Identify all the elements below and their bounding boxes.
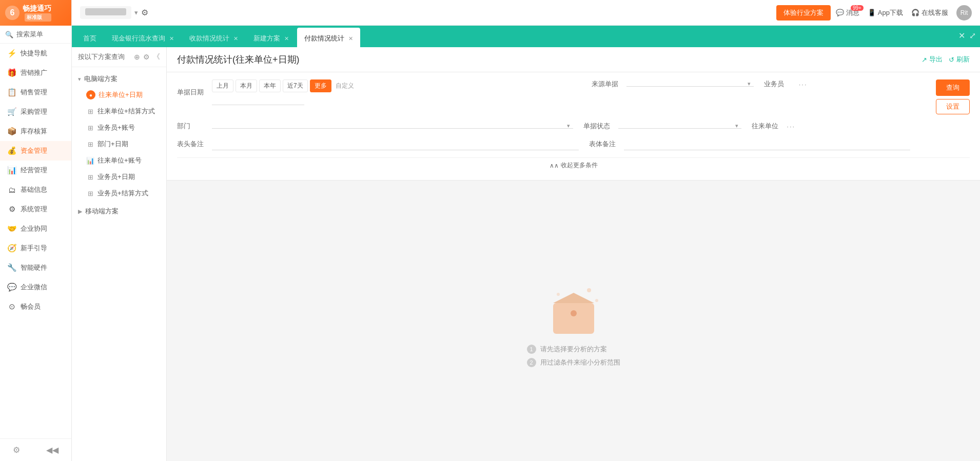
collapse-sidebar-btn[interactable]: ◀◀ [44,443,61,457]
refresh-btn[interactable]: ↺ 刷新 [949,55,970,64]
last-7days-btn[interactable]: 近7天 [283,79,308,92]
mobile-group-header[interactable]: ▶ 移动端方案 [72,204,166,219]
tab-bank-flow[interactable]: 现金银行流水查询 ✕ [105,28,181,49]
chevron-down-icon: ▾ [735,123,738,129]
chart-icon: 📊 [86,156,94,165]
sidebar-item-label: 企业微信 [21,283,47,292]
this-month-btn[interactable]: 本月 [236,79,257,92]
doc-status-select[interactable]: ▾ [618,124,742,129]
filter-settings-btn[interactable]: 设置 [936,99,970,114]
tab-label: 收款情况统计 [189,34,229,43]
scheme-item-salesperson-date[interactable]: ⊞ 业务员+日期 [72,169,166,185]
scheme-settings-btn[interactable]: ⚙ [143,53,150,61]
scheme-item-dept-date[interactable]: ⊞ 部门+日期 [72,136,166,152]
finance-icon: 💰 [7,146,16,155]
tab-label: 首页 [83,34,96,43]
add-scheme-btn[interactable]: ⊕ [134,53,140,61]
close-tab-btn[interactable]: ✕ [958,31,965,41]
tab-new-scheme[interactable]: 新建方案 ✕ [246,28,296,49]
tab-label: 现金银行流水查询 [112,34,165,43]
sidebar: 6 畅捷通巧 标准版 🔍 搜索菜单 ⚡ 快捷导航 🎁 营销推广 📋 销售管理 🛒… [0,0,72,461]
tab-receipt-stats[interactable]: 收款情况统计 ✕ [182,28,245,49]
chevron-down-icon: ▾ [78,76,81,83]
tab-close-btn[interactable]: ✕ [233,35,238,42]
last-month-btn[interactable]: 上月 [212,79,233,92]
sidebar-item-guide[interactable]: 🧭 新手引导 [0,238,71,258]
table-icon: ⊞ [86,140,94,148]
salesperson-select-dots[interactable]: ··· [799,81,808,88]
tab-payment-stats[interactable]: 付款情况统计 ✕ [297,28,360,49]
tab-close-btn[interactable]: ✕ [284,35,289,42]
hint-num-1: 1 [527,345,536,354]
header-remark-input[interactable] [212,138,579,150]
content-area: 按以下方案查询 ⊕ ⚙ 《 ▾ 电脑端方案 ● 往来单位+日期 [72,47,980,461]
desktop-group-header[interactable]: ▾ 电脑端方案 [72,71,166,87]
query-button[interactable]: 查询 [936,79,970,96]
sidebar-item-quick-nav[interactable]: ⚡ 快捷导航 [0,44,71,63]
sidebar-item-vip[interactable]: ⊙ 畅会员 [0,297,71,316]
app-download-btn[interactable]: 📱 App下载 [868,8,903,17]
hint-num-2: 2 [527,358,536,367]
sidebar-item-wechat[interactable]: 💬 企业微信 [0,277,71,297]
export-btn[interactable]: ↗ 导出 [922,55,943,64]
salesperson-label: 业务员 [764,79,795,89]
right-panel: 付款情况统计(往来单位+日期) ↗ 导出 ↺ 刷新 单 [167,47,980,461]
tab-home[interactable]: 首页 [76,28,104,49]
message-badge: 99+ [851,5,864,11]
sidebar-item-inventory[interactable]: 📦 库存核算 [0,122,71,141]
inventory-icon: 📦 [7,127,16,136]
filter-row-2: 部门 ▾ 单据状态 ▾ 往来单位 ··· [177,122,970,131]
vip-icon: ⊙ [7,302,16,311]
scheme-item-partner-settle[interactable]: ⊞ 往来单位+结算方式 [72,103,166,119]
sidebar-item-label: 基础信息 [21,185,47,194]
settings-icon[interactable]: ⚙ [141,8,148,17]
user-dropdown-chevron[interactable]: ▾ [134,9,138,16]
user-avatar[interactable]: Rit [956,5,972,21]
date-range-input[interactable]: 2022-01-01 至 2022-12-31 [212,94,304,105]
expand-tab-btn[interactable]: ⤢ [969,31,976,41]
sidebar-item-sales[interactable]: 📋 销售管理 [0,83,71,102]
main-body: 1 请先选择要分析的方案 2 用过滤条件来缩小分析范围 [167,181,980,461]
sidebar-item-purchase[interactable]: 🛒 采购管理 [0,102,71,122]
date-control: 上月 本月 本年 近7天 更多 自定义 2022-01-01 至 2022-12… [212,79,581,105]
collapse-more-btn[interactable]: ∧∧ 收起更多条件 [177,157,970,173]
online-service-btn[interactable]: 🎧 在线客服 [911,8,948,17]
more-date-btn[interactable]: 更多 [310,79,331,92]
table-icon: ⊞ [86,107,94,115]
sidebar-item-label: 采购管理 [21,107,47,116]
sidebar-item-enterprise[interactable]: 🤝 企业协同 [0,219,71,238]
search-menu-btn[interactable]: 🔍 搜索菜单 [5,30,66,39]
date-label: 单据日期 [177,88,208,97]
scheme-item-partner-date[interactable]: ● 往来单位+日期 [72,87,166,103]
scheme-item-salesperson-account[interactable]: ⊞ 业务员+账号 [72,119,166,136]
desktop-group-label: 电脑端方案 [84,74,117,84]
scheme-item-salesperson-settle[interactable]: ⊞ 业务员+结算方式 [72,185,166,202]
collapse-scheme-btn[interactable]: 《 [153,52,160,62]
empty-hint-2: 2 用过滤条件来缩小分析范围 [527,358,620,367]
sidebar-item-system[interactable]: ⚙ 系统管理 [0,199,71,219]
scheme-item-partner-account[interactable]: 📊 往来单位+账号 [72,152,166,169]
table-icon: ⊞ [86,189,94,197]
collapse-up-icon: ∧∧ [550,162,559,169]
sidebar-item-basic[interactable]: 🗂 基础信息 [0,180,71,199]
settings-footer-btn[interactable]: ⚙ [11,443,22,457]
this-year-btn[interactable]: 本年 [259,79,281,92]
sidebar-item-marketing[interactable]: 🎁 营销推广 [0,63,71,83]
sidebar-item-operation[interactable]: 📊 经营管理 [0,161,71,180]
body-remark-input[interactable] [624,138,910,150]
message-btn[interactable]: 💬 消息 99+ [836,8,859,17]
tab-close-btn[interactable]: ✕ [169,35,174,42]
basic-icon: 🗂 [7,185,16,194]
dept-label: 部门 [177,122,208,131]
partner-select-dots[interactable]: ··· [787,123,795,130]
sidebar-item-label: 企业协同 [21,224,47,233]
sidebar-search-area[interactable]: 🔍 搜索菜单 [0,26,71,44]
try-industry-btn[interactable]: 体验行业方案 [776,5,831,21]
tab-close-btn[interactable]: ✕ [348,35,353,42]
dept-select[interactable]: ▾ [212,124,573,129]
page-title: 付款情况统计(往来单位+日期) [177,53,300,66]
source-doc-select[interactable]: ▾ [626,82,753,87]
desktop-scheme-group: ▾ 电脑端方案 ● 往来单位+日期 ⊞ 往来单位+结算方式 ⊞ 业务员+账号 [72,71,166,202]
sidebar-item-hardware[interactable]: 🔧 智能硬件 [0,258,71,277]
sidebar-item-finance[interactable]: 💰 资金管理 [0,141,71,161]
